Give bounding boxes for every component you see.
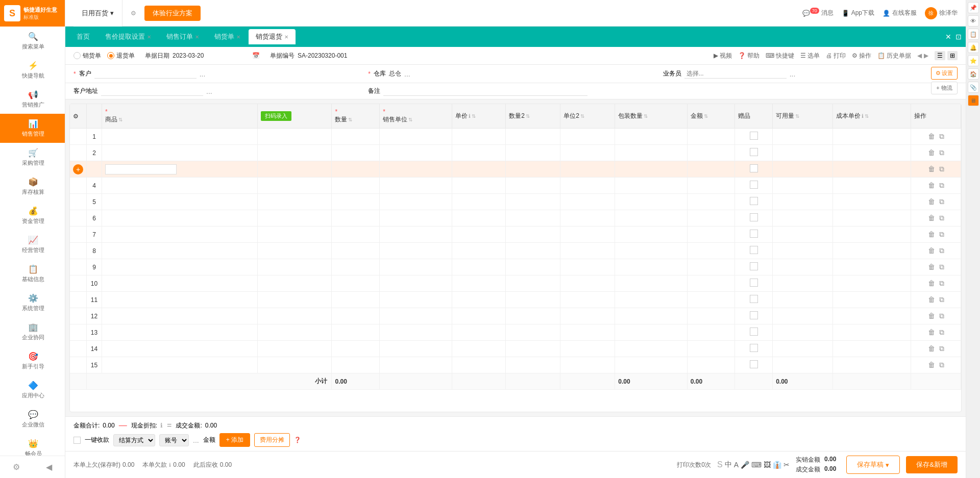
tab-sales-return[interactable]: 销货退货 ✕: [249, 29, 296, 44]
right-panel-btn-8[interactable]: 🖥: [968, 95, 979, 106]
one-key-checkbox[interactable]: [74, 437, 81, 444]
tab-sales-return-close[interactable]: ✕: [284, 34, 288, 40]
sidebar-item-basic[interactable]: 📋 基础信息: [0, 259, 65, 288]
right-panel-btn-3[interactable]: 📋: [968, 29, 979, 40]
copy-row-12-btn[interactable]: ⧉: [938, 311, 945, 321]
remark-input[interactable]: [383, 86, 587, 96]
calendar-icon[interactable]: 📅: [252, 52, 260, 59]
daily-nav-dropdown[interactable]: 日用百货 ▾: [74, 0, 122, 27]
delete-row-3-btn[interactable]: 🗑: [927, 164, 936, 174]
doc-id-input[interactable]: [298, 52, 374, 59]
collapse-btn[interactable]: ◀: [44, 460, 54, 474]
gift-checkbox-2[interactable]: [750, 148, 758, 156]
salesperson-dots-btn[interactable]: ...: [790, 70, 796, 78]
date-input[interactable]: [173, 52, 249, 59]
address-dots-btn[interactable]: ...: [206, 87, 212, 95]
warehouse-dots-btn[interactable]: ...: [404, 70, 410, 78]
gift-checkbox-8[interactable]: [750, 246, 758, 254]
close-tab-btn[interactable]: ✕: [945, 33, 951, 41]
copy-row-15-btn[interactable]: ⧉: [938, 360, 945, 370]
gear-header-icon[interactable]: ⚙: [73, 113, 79, 120]
right-panel-btn-1[interactable]: 📌: [968, 2, 979, 13]
shortcut-key-btn[interactable]: ⌨ 快捷键: [766, 52, 794, 60]
sidebar-item-sales[interactable]: 📊 销售管理: [0, 114, 65, 143]
right-panel-btn-6[interactable]: 🏠: [968, 68, 979, 80]
maximize-btn[interactable]: ⊡: [955, 33, 962, 41]
sidebar-item-system[interactable]: ⚙️ 系统管理: [0, 288, 65, 317]
gift-checkbox-11[interactable]: [750, 295, 758, 303]
copy-row-8-btn[interactable]: ⧉: [938, 245, 945, 256]
delete-row-7-btn[interactable]: 🗑: [927, 229, 936, 240]
delete-row-2-btn[interactable]: 🗑: [927, 147, 936, 158]
copy-row-2-btn[interactable]: ⧉: [938, 147, 945, 158]
sidebar-item-finance[interactable]: 💰 资金管理: [0, 201, 65, 230]
settings-float-btn[interactable]: ⚙ 设置: [931, 67, 958, 80]
history-btn[interactable]: 📋 历史单据: [877, 52, 911, 60]
add-row-btn[interactable]: +: [73, 164, 83, 174]
sidebar-item-purchase[interactable]: 🛒 采购管理: [0, 143, 65, 172]
save-new-btn[interactable]: 保存&新增: [906, 456, 958, 473]
copy-row-6-btn[interactable]: ⧉: [938, 213, 945, 223]
delete-row-9-btn[interactable]: 🗑: [927, 262, 936, 272]
account-dots-btn[interactable]: ...: [193, 436, 199, 444]
gift-checkbox-6[interactable]: [750, 213, 758, 221]
delete-row-12-btn[interactable]: 🗑: [927, 311, 936, 321]
tab-sales-order[interactable]: 销售订单 ✕: [159, 29, 206, 44]
video-btn[interactable]: ▶ 视频: [714, 52, 732, 60]
copy-row-7-btn[interactable]: ⧉: [938, 229, 945, 240]
delete-row-13-btn[interactable]: 🗑: [927, 327, 936, 338]
delete-row-11-btn[interactable]: 🗑: [927, 294, 936, 305]
online-service-btn[interactable]: 👤 在线客服: [883, 9, 917, 17]
sidebar-item-operation[interactable]: 📈 经营管理: [0, 230, 65, 259]
next-btn[interactable]: ▶: [924, 52, 928, 59]
prev-btn[interactable]: ◀: [917, 52, 922, 59]
delete-row-5-btn[interactable]: 🗑: [927, 196, 936, 207]
right-panel-btn-4[interactable]: 🔔: [968, 42, 979, 53]
product-input-active[interactable]: [105, 164, 177, 174]
customer-dots-btn[interactable]: ...: [200, 70, 206, 78]
gift-checkbox-7[interactable]: [750, 230, 758, 238]
radio-sales[interactable]: 销货单: [74, 52, 101, 60]
sidebar-item-apps[interactable]: 🔷 应用中心: [0, 375, 65, 405]
save-draft-btn[interactable]: 保存草稿 ▾: [846, 456, 900, 474]
delete-row-1-btn[interactable]: 🗑: [927, 131, 936, 142]
operate-btn[interactable]: ⚙ 操作: [852, 52, 871, 60]
copy-row-14-btn[interactable]: ⧉: [938, 343, 945, 354]
settlement-select[interactable]: 结算方式: [113, 434, 155, 446]
gift-checkbox-9[interactable]: [750, 262, 758, 270]
account-select[interactable]: 账号: [159, 434, 189, 446]
delete-row-10-btn[interactable]: 🗑: [927, 278, 936, 289]
tab-sales-delivery-close[interactable]: ✕: [236, 34, 240, 40]
settings-gear-icon[interactable]: ⚙: [131, 10, 136, 17]
gift-checkbox-13[interactable]: [750, 328, 758, 336]
grid-view-btn[interactable]: ⊞: [947, 51, 958, 60]
copy-row-11-btn[interactable]: ⧉: [938, 294, 945, 305]
app-download-btn[interactable]: 📱 App下载: [842, 9, 874, 17]
copy-row-9-btn[interactable]: ⧉: [938, 262, 945, 272]
experience-btn[interactable]: 体验行业方案: [144, 6, 201, 21]
salesperson-input[interactable]: [684, 69, 787, 79]
right-panel-btn-7[interactable]: 📎: [968, 82, 979, 93]
sidebar-item-inventory[interactable]: 📦 库存核算: [0, 172, 65, 201]
copy-row-1-btn[interactable]: ⧉: [938, 131, 945, 142]
delete-row-8-btn[interactable]: 🗑: [927, 245, 936, 256]
delete-row-14-btn[interactable]: 🗑: [927, 343, 936, 354]
scan-btn[interactable]: 扫码录入: [261, 111, 291, 121]
gift-checkbox-10[interactable]: [750, 279, 758, 287]
sidebar-item-marketing[interactable]: 📢 营销推广: [0, 85, 65, 114]
tab-sales-order-close[interactable]: ✕: [195, 34, 199, 40]
tab-sales-delivery[interactable]: 销货单 ✕: [207, 29, 248, 44]
gift-checkbox-4[interactable]: [750, 181, 758, 189]
sidebar-item-enterprise[interactable]: 🏢 企业协同: [0, 317, 65, 346]
logistics-float-btn[interactable]: + 物流: [931, 82, 958, 94]
gift-checkbox-3[interactable]: [750, 164, 758, 172]
right-panel-btn-5[interactable]: ⭐: [968, 55, 979, 66]
tab-price-setting[interactable]: 售价提取设置 ✕: [98, 29, 158, 44]
select-order-btn[interactable]: ☰ 选单: [800, 52, 820, 60]
delete-row-6-btn[interactable]: 🗑: [927, 213, 936, 223]
user-info[interactable]: 徐 徐泽华: [925, 7, 958, 19]
copy-row-4-btn[interactable]: ⧉: [938, 180, 945, 191]
sidebar-item-member[interactable]: 👑 畅会员: [0, 434, 65, 456]
delete-row-15-btn[interactable]: 🗑: [927, 360, 936, 370]
radio-return[interactable]: 退货单: [107, 52, 135, 60]
